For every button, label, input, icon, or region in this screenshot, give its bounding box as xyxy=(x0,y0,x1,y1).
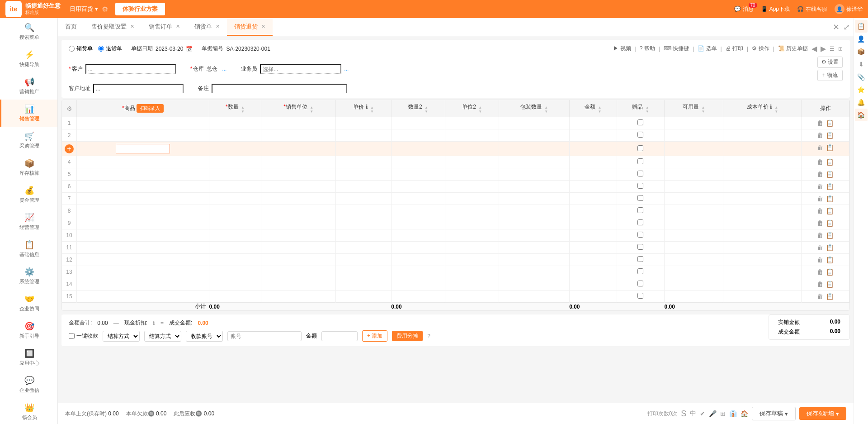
sidebar-item-newguide[interactable]: 🎯新手引导 xyxy=(0,317,57,344)
delete-row-9[interactable]: 🗑 xyxy=(817,219,823,227)
sidebar-item-sales[interactable]: 📊销售管理 xyxy=(0,100,57,127)
tools-icon1[interactable]: 中 xyxy=(690,410,696,418)
user-area[interactable]: 👤 徐泽华 xyxy=(835,4,863,14)
print-btn[interactable]: 🖨 打印 xyxy=(726,45,743,52)
tools-icon6[interactable]: 🏠 xyxy=(741,410,748,417)
right-sidebar-btn5[interactable]: 📎 xyxy=(855,71,868,83)
delete-row-3[interactable]: 🗑 xyxy=(817,144,823,151)
copy-row-10[interactable]: 📋 xyxy=(826,232,834,239)
copy-row-1[interactable]: 📋 xyxy=(826,119,834,127)
remark-input[interactable] xyxy=(212,84,347,93)
copy-row-13[interactable]: 📋 xyxy=(826,268,834,276)
return-radio[interactable]: 退货单 xyxy=(98,45,122,52)
fee-help-icon[interactable]: ? xyxy=(427,333,430,339)
col-gear[interactable]: ⚙ xyxy=(62,100,77,117)
right-sidebar-btn1[interactable]: 📋 xyxy=(855,20,868,33)
staff-select[interactable]: ... xyxy=(344,66,349,72)
help-btn[interactable]: ? 帮助 xyxy=(640,45,655,52)
product-input-3[interactable] xyxy=(116,144,170,153)
delete-row-11[interactable]: 🗑 xyxy=(817,244,823,251)
one-click-payment[interactable]: 一键收款 xyxy=(69,332,98,340)
close-tab-sales-order[interactable]: ✕ xyxy=(176,24,180,29)
tools-icon3[interactable]: 🎤 xyxy=(709,410,717,417)
tab-sales-return[interactable]: 销货退货✕ xyxy=(227,18,273,36)
sogou-icon[interactable]: S xyxy=(681,409,686,419)
customer-input[interactable] xyxy=(85,64,176,74)
sidebar-item-search[interactable]: 🔍搜索菜单 xyxy=(0,18,57,45)
add-row-btn[interactable]: + xyxy=(65,144,74,153)
operations-btn[interactable]: ⚙ 操作 xyxy=(752,45,769,52)
fee-split-btn[interactable]: 费用分摊 xyxy=(392,331,423,341)
sidebar-item-shortcut[interactable]: ⚡快捷导航 xyxy=(0,45,57,72)
save-draft-btn[interactable]: 保存草稿 ▾ xyxy=(752,407,796,420)
delete-row-15[interactable]: 🗑 xyxy=(817,293,823,300)
discount-info[interactable]: ℹ xyxy=(153,320,155,326)
copy-row-5[interactable]: 📋 xyxy=(826,171,834,178)
payment-amount-input[interactable] xyxy=(321,331,358,341)
close-tab-price-setup[interactable]: ✕ xyxy=(130,24,134,29)
warehouse-select[interactable]: ... xyxy=(222,66,226,72)
right-sidebar-btn7[interactable]: 🔔 xyxy=(855,96,868,109)
sidebar-item-inventory[interactable]: 📦库存核算 xyxy=(0,154,57,181)
copy-row-8[interactable]: 📋 xyxy=(826,207,834,214)
delete-row-6[interactable]: 🗑 xyxy=(817,183,823,190)
staff-input[interactable] xyxy=(260,64,341,74)
tools-icon2[interactable]: ✔ xyxy=(700,410,705,417)
view-grid[interactable]: ⊞ xyxy=(838,46,843,52)
copy-row-4[interactable]: 📋 xyxy=(826,158,834,166)
tab-expand[interactable]: ⤢ xyxy=(843,22,850,32)
copy-row-7[interactable]: 📋 xyxy=(826,195,834,202)
tab-sales-bill[interactable]: 销货单✕ xyxy=(187,18,227,36)
account-select[interactable]: 收款账号 xyxy=(186,331,223,342)
copy-row-6[interactable]: 📋 xyxy=(826,183,834,190)
delete-row-5[interactable]: 🗑 xyxy=(817,171,823,178)
sidebar-item-finance[interactable]: 💰资金管理 xyxy=(0,181,57,208)
delete-row-14[interactable]: 🗑 xyxy=(817,281,823,288)
sidebar-item-weixin[interactable]: 💬企业微信 xyxy=(0,371,57,398)
tab-price-setup[interactable]: 售价提取设置✕ xyxy=(84,18,142,36)
settings-btn[interactable]: ⚙ 设置 xyxy=(817,57,843,68)
tools-icon4[interactable]: ⊞ xyxy=(720,410,726,417)
settlement-select[interactable]: 结算方式 xyxy=(103,331,140,342)
copy-row-15[interactable]: 📋 xyxy=(826,293,834,300)
delete-row-12[interactable]: 🗑 xyxy=(817,256,823,263)
tab-sales-order[interactable]: 销售订单✕ xyxy=(142,18,187,36)
copy-row-12[interactable]: 📋 xyxy=(826,256,834,263)
sidebar-item-basic[interactable]: 📋基础信息 xyxy=(0,235,57,262)
sidebar-item-enterprise[interactable]: 🤝企业协同 xyxy=(0,290,57,317)
sidebar-item-marketing[interactable]: 📢营销推广 xyxy=(0,72,57,100)
calc-method-select[interactable]: 结算方式 xyxy=(144,331,181,342)
category-selector[interactable]: 日用百货 ▾ xyxy=(70,5,98,13)
nav-prev[interactable]: ◀ xyxy=(811,44,817,53)
right-sidebar-btn6[interactable]: ⭐ xyxy=(855,83,868,96)
right-sidebar-btn2[interactable]: 👤 xyxy=(855,33,868,45)
online-service-btn[interactable]: 🎧 在线客服 xyxy=(797,5,827,13)
sidebar-item-member[interactable]: 👑畅会员 xyxy=(0,398,57,424)
history-btn[interactable]: 📜 历史单据 xyxy=(778,45,808,52)
sidebar-item-system[interactable]: ⚙️系统管理 xyxy=(0,262,57,290)
account-input[interactable] xyxy=(227,331,302,341)
save-new-btn[interactable]: 保存&新增 ▾ xyxy=(799,407,846,420)
scan-btn[interactable]: 扫码录入 xyxy=(137,104,164,113)
delete-row-10[interactable]: 🗑 xyxy=(817,232,823,239)
copy-row-2[interactable]: 📋 xyxy=(826,132,834,139)
copy-row-9[interactable]: 📋 xyxy=(826,219,834,227)
close-tab-sales-return[interactable]: ✕ xyxy=(261,24,265,29)
delete-row-1[interactable]: 🗑 xyxy=(817,119,823,127)
app-download-btn[interactable]: 📱 App下载 xyxy=(761,5,790,13)
sidebar-item-purchase[interactable]: 🛒采购管理 xyxy=(0,127,57,154)
right-sidebar-btn8[interactable]: 🏠 xyxy=(855,109,868,121)
delete-row-8[interactable]: 🗑 xyxy=(817,207,823,214)
view-list[interactable]: ☰ xyxy=(830,46,835,52)
tools-icon5[interactable]: 👔 xyxy=(729,410,737,417)
close-tab-sales-bill[interactable]: ✕ xyxy=(216,24,220,29)
tab-close-all[interactable]: ✕ xyxy=(833,22,840,32)
logistics-btn[interactable]: + 物流 xyxy=(817,70,843,81)
right-sidebar-btn4[interactable]: ⬇ xyxy=(855,58,868,71)
nav-next[interactable]: ▶ xyxy=(821,44,826,53)
delete-row-7[interactable]: 🗑 xyxy=(817,195,823,202)
add-fee-btn[interactable]: + 添加 xyxy=(362,330,387,342)
sales-radio[interactable]: 销货单 xyxy=(69,45,93,52)
delete-row-2[interactable]: 🗑 xyxy=(817,132,823,139)
address-input[interactable] xyxy=(93,84,184,93)
